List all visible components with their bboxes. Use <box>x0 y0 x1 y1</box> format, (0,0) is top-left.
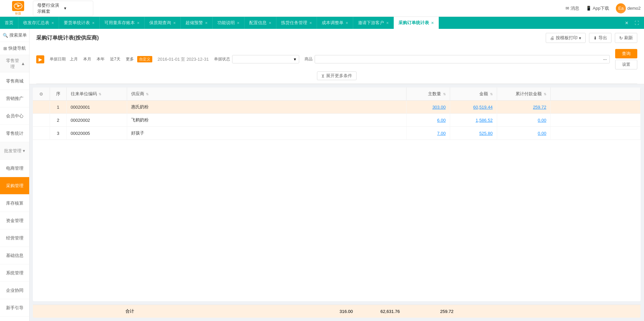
sort-icon: ⇅ <box>146 92 149 96</box>
sidebar-item-new-guide[interactable]: 新手引导 <box>0 299 29 317</box>
sidebar-item-basic-info[interactable]: 基础信息 <box>0 247 29 264</box>
row-supplier: 好孩子 <box>127 127 406 140</box>
top-right: ✉ 消息 📱 App下载 Ea demo2 <box>566 3 641 13</box>
sidebar-member-center-label: 会员中心 <box>6 113 23 119</box>
row-supplier: 飞鹤奶粉 <box>127 114 406 127</box>
tab-function-desc-label: 功能说明 <box>217 20 235 26</box>
sidebar-purchase-mgmt-label: 采购管理 <box>6 183 23 189</box>
message-button[interactable]: ✉ 消息 <box>566 5 579 11</box>
query-button[interactable]: 查询 <box>615 49 637 58</box>
refresh-button[interactable]: ↻ 刷新 <box>615 33 637 43</box>
qty-column-header[interactable]: 主数量 ⇅ <box>406 88 450 101</box>
sidebar-item-ecommerce[interactable]: 电商管理 <box>0 160 29 177</box>
tab-purchase-order-summary[interactable]: 采购订单统计表 ✕ <box>394 17 439 29</box>
close-icon[interactable]: ✕ <box>137 21 140 25</box>
tab-cost-adjust[interactable]: 成本调整单 ✕ <box>317 17 353 29</box>
goods-input[interactable]: ··· <box>315 55 610 63</box>
close-icon[interactable]: ✕ <box>173 21 176 25</box>
sidebar-item-retail-stats[interactable]: 零售统计 <box>0 125 29 142</box>
tab-shelf-life[interactable]: 保质期查询 ✕ <box>145 17 181 29</box>
date-custom-badge[interactable]: 自定义 <box>137 56 152 62</box>
code-column-header[interactable]: 往来单位编码 ⇅ <box>66 88 127 101</box>
summary-qty-cell: 316.00 <box>309 309 353 314</box>
goods-filter-group: 商品 ··· <box>305 55 610 63</box>
status-select[interactable]: ▾ <box>232 55 299 63</box>
row-paid: 0.00 <box>497 114 550 127</box>
tab-available-inventory[interactable]: 可用量库存账本 ✕ <box>100 17 145 29</box>
sidebar-item-search[interactable]: 🔍 搜索菜单 <box>0 29 29 42</box>
template-print-button[interactable]: 🖨 按模板打印 ▾ <box>546 33 586 43</box>
export-button[interactable]: ⬇ 导出 <box>589 33 611 43</box>
goods-input-more-icon: ··· <box>603 57 607 62</box>
nav-close-button[interactable]: ✕ <box>622 18 631 28</box>
tab-overstock[interactable]: 超储预警 ✕ <box>181 17 213 29</box>
table-row[interactable]: 2 00020002 飞鹤奶粉 6.00 1,586.52 0.00 <box>33 114 641 127</box>
workspace-chevron-icon: ▾ <box>64 6 89 11</box>
sidebar-item-quick-nav[interactable]: ⊞ 快捷导航 <box>0 42 29 55</box>
close-icon[interactable]: ✕ <box>92 21 95 25</box>
tab-function-desc[interactable]: 功能说明 ✕ <box>213 17 245 29</box>
date-shortcut-7days[interactable]: 近7天 <box>108 56 122 63</box>
close-icon[interactable]: ✕ <box>205 21 208 25</box>
nav-maximize-button[interactable]: ⛶ <box>632 18 641 28</box>
close-icon[interactable]: ✕ <box>431 21 434 25</box>
tab-home[interactable]: 首页 <box>0 17 18 29</box>
nav-right-controls: ✕ ⛶ <box>622 18 644 28</box>
tab-invite-downstream[interactable]: 邀请下游客户 ✕ <box>353 17 394 29</box>
close-icon[interactable]: ✕ <box>237 21 239 25</box>
close-icon[interactable]: ✕ <box>386 21 389 25</box>
sidebar-item-enterprise-collab[interactable]: 企业协同 <box>0 282 29 299</box>
filter-toggle-button[interactable]: ▶ <box>36 55 44 63</box>
message-label: 消息 <box>571 5 579 11</box>
sidebar: 🔍 搜索菜单 ⊞ 快捷导航 零售管理 ▲ 零售商城 营销推广 会员中心 零售统计… <box>0 29 30 321</box>
date-shortcut-more[interactable]: 更多 <box>124 56 136 63</box>
date-shortcuts: 上月 本月 本年 近7天 更多 自定义 <box>68 56 152 63</box>
sidebar-retail-store-label: 零售商城 <box>6 78 23 84</box>
close-icon[interactable]: ✕ <box>51 21 54 25</box>
sidebar-item-purchase-mgmt[interactable]: 采购管理 <box>0 177 29 195</box>
tab-config-info[interactable]: 配置信息 ✕ <box>245 17 276 29</box>
date-shortcut-this-year[interactable]: 本年 <box>95 56 107 63</box>
workspace-selector[interactable]: 母婴行业演示账套 ▾ <box>33 1 93 16</box>
row-code: 00020001 <box>66 101 127 114</box>
table-row[interactable]: 3 00020005 好孩子 7.00 525.80 0.00 <box>33 127 641 140</box>
logo-icon <box>12 1 24 11</box>
amount-column-header[interactable]: 金额 ⇅ <box>450 88 497 101</box>
app-download-button[interactable]: 📱 App下载 <box>586 5 609 11</box>
sidebar-item-member-center[interactable]: 会员中心 <box>0 107 29 125</box>
settings-button[interactable]: 设置 <box>615 60 637 69</box>
row-extra <box>550 127 640 140</box>
close-icon[interactable]: ✕ <box>309 21 312 25</box>
table-row[interactable]: 1 00020001 惠氏奶粉 303.00 60,519.44 259.72 <box>33 101 641 114</box>
expand-conditions-button[interactable]: ⊻ 展开更多条件 <box>317 71 357 80</box>
sidebar-item-app-center[interactable]: 应用中心 <box>0 317 29 321</box>
supplier-column-header[interactable]: 供应商 ⇅ <box>127 88 406 101</box>
logo-text: 标题 <box>15 11 21 16</box>
tab-requisition-summary[interactable]: 要货单统计表 ✕ <box>59 17 100 29</box>
date-shortcut-this-month[interactable]: 本月 <box>81 56 93 63</box>
sidebar-item-ops-mgmt[interactable]: 经营管理 <box>0 229 29 247</box>
tab-available-inventory-label: 可用量库存账本 <box>104 20 135 26</box>
tab-collection-summary[interactable]: 收发存汇总表 ✕ <box>18 17 59 29</box>
user-profile[interactable]: Ea demo2 <box>616 3 641 13</box>
gear-column-header[interactable]: ⚙ <box>33 88 50 101</box>
sidebar-item-marketing[interactable]: 营销推广 <box>0 90 29 107</box>
sidebar-item-system-mgmt[interactable]: 系统管理 <box>0 264 29 282</box>
sidebar-item-inventory-check[interactable]: 库存核算 <box>0 195 29 212</box>
avatar-initials: Ea <box>618 6 624 11</box>
close-icon[interactable]: ✕ <box>269 21 271 25</box>
expand-row: ⊻ 展开更多条件 <box>36 69 637 81</box>
search-icon: 🔍 <box>3 33 8 38</box>
row-amount: 525.80 <box>450 127 497 140</box>
export-label: 导出 <box>598 35 607 41</box>
logo-area: 标题 <box>3 1 33 16</box>
close-icon[interactable]: ✕ <box>345 21 348 25</box>
sidebar-item-retail-store[interactable]: 零售商城 <box>0 72 29 90</box>
paid-column-header[interactable]: 累计付款金额 ⇅ <box>497 88 550 101</box>
chevron-up-icon: ▲ <box>21 61 25 66</box>
sidebar-section-wholesale[interactable]: 批发管理 ▾ <box>0 142 29 160</box>
tab-picking-task[interactable]: 拣货任务管理 ✕ <box>276 17 317 29</box>
row-code: 00020002 <box>66 114 127 127</box>
sidebar-item-capital-mgmt[interactable]: 资金管理 <box>0 212 29 229</box>
date-shortcut-last-month[interactable]: 上月 <box>68 56 80 63</box>
